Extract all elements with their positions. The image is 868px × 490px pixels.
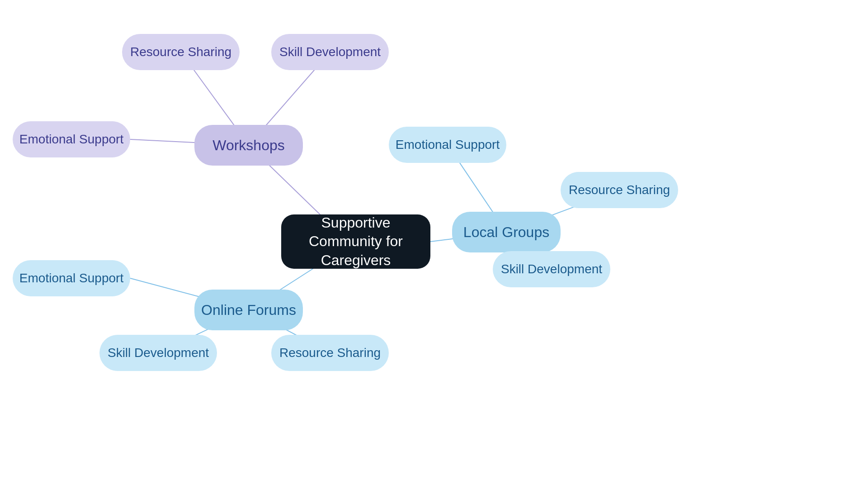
local-groups-node: Local Groups bbox=[452, 212, 561, 252]
online-forums-skill-development-node: Skill Development bbox=[99, 335, 217, 371]
workshops-emotional-support-node: Emotional Support bbox=[13, 121, 130, 157]
local-groups-emotional-support-node: Emotional Support bbox=[389, 127, 506, 163]
online-forums-resource-sharing-node: Resource Sharing bbox=[271, 335, 389, 371]
workshops-resource-sharing-node: Resource Sharing bbox=[122, 34, 240, 70]
online-forums-emotional-support-node: Emotional Support bbox=[13, 260, 130, 296]
online-forums-node: Online Forums bbox=[194, 290, 303, 330]
center-node: Supportive Community for Caregivers bbox=[281, 214, 430, 269]
workshops-skill-development-node: Skill Development bbox=[271, 34, 389, 70]
local-groups-resource-sharing-node: Resource Sharing bbox=[561, 172, 678, 208]
local-groups-skill-development-node: Skill Development bbox=[493, 251, 610, 287]
workshops-node: Workshops bbox=[194, 125, 303, 166]
